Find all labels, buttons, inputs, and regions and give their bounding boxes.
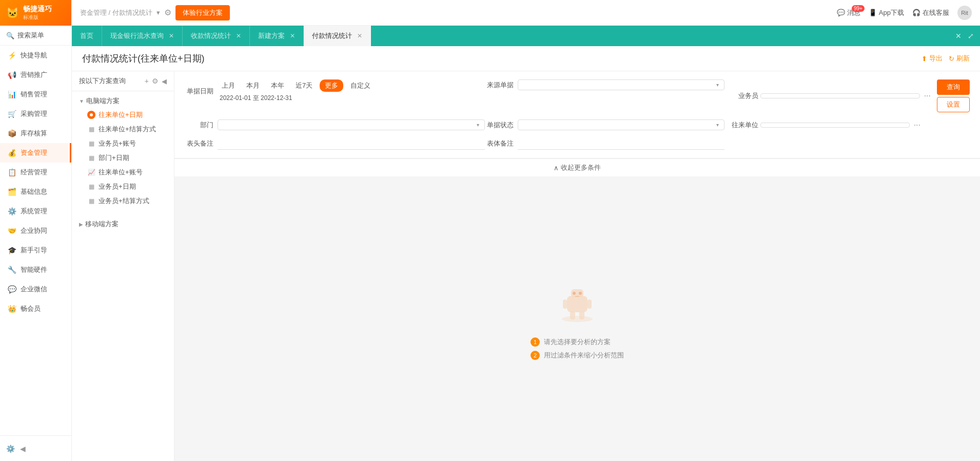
tab-payments-label: 付款情况统计 — [312, 31, 352, 41]
dept-select[interactable]: ▾ — [218, 119, 485, 130]
scheme-mobile-header[interactable]: ▶ 移动端方案 — [79, 217, 167, 231]
status-dropdown-icon: ▾ — [716, 122, 719, 128]
date-last-7[interactable]: 近7天 — [291, 79, 317, 92]
table-body-note-input[interactable] — [518, 137, 725, 150]
export-icon: ⬆ — [922, 55, 927, 63]
scheme-item-staff-date[interactable]: ▦ 业务员+日期 — [83, 179, 167, 194]
tab-new-scheme-close[interactable]: ✕ — [290, 32, 295, 39]
tab-close-all-icon[interactable]: ✕ — [955, 32, 962, 40]
sidebar-item-label: 新手引导 — [21, 246, 47, 255]
sidebar-item-label: 销售管理 — [21, 90, 47, 99]
gear-icon: ⚙️ — [7, 207, 16, 216]
search-icon: 🔍 — [6, 32, 14, 39]
app-download-button[interactable]: 📱 App下载 — [869, 8, 904, 17]
collapse-more-button[interactable]: ∧ 收起更多条件 — [174, 158, 980, 176]
staff-select[interactable] — [760, 93, 919, 98]
date-more[interactable]: 更多 — [320, 79, 343, 92]
tab-new-scheme[interactable]: 新建方案 ✕ — [250, 26, 304, 46]
chart-scheme-icon: 📈 — [87, 168, 95, 176]
partner-dots[interactable]: ··· — [914, 121, 920, 130]
sidebar-footer-collapse[interactable]: ◀ — [20, 445, 26, 453]
sidebar-search[interactable]: 🔍 搜索菜单 — [0, 26, 71, 46]
sidebar-item-caigou[interactable]: 🛒 采购管理 — [0, 104, 71, 124]
date-this-year[interactable]: 本年 — [267, 79, 288, 92]
source-select[interactable]: ▾ — [518, 79, 725, 90]
sidebar-item-kuaijie[interactable]: ⚡ 快捷导航 — [0, 46, 71, 65]
svg-rect-6 — [563, 299, 567, 309]
scheme-item-partner-account[interactable]: 📈 往来单位+账号 — [83, 165, 167, 179]
status-select[interactable]: ▾ — [518, 119, 725, 130]
empty-state: 1 请先选择要分析的方案 2 用过滤条件来缩小分析范围 — [174, 176, 980, 461]
scheme-item-partner-settle[interactable]: ▦ 往来单位+结算方式 — [83, 122, 167, 136]
main-panel: 按以下方案查询 + ⚙ ◀ ▼ 电脑端方案 往来单 — [72, 71, 980, 461]
sidebar-footer-settings[interactable]: ⚙️ — [6, 445, 15, 453]
scheme-add-button[interactable]: + — [145, 77, 149, 85]
sidebar-item-zijin[interactable]: 💰 资金管理 — [0, 143, 71, 163]
partner-select[interactable] — [760, 123, 909, 128]
svg-rect-8 — [570, 311, 575, 319]
top-header: 资金管理 / 付款情况统计 ▾ ⚙ 体验行业方案 💬 消息 99+ 📱 App下… — [72, 0, 980, 26]
notification-button[interactable]: 💬 消息 99+ — [837, 8, 860, 17]
tab-payments[interactable]: 付款情况统计 ✕ — [304, 26, 371, 46]
sidebar-item-jichu[interactable]: 🗂️ 基础信息 — [0, 182, 71, 202]
staff-dots[interactable]: ··· — [924, 91, 931, 101]
chevron-right-icon: ▶ — [79, 222, 83, 227]
scheme-item-staff-settle[interactable]: ▦ 业务员+结算方式 — [83, 194, 167, 208]
app-download-label: App下载 — [879, 8, 904, 17]
date-last-month[interactable]: 上月 — [218, 79, 239, 92]
online-service-button[interactable]: 🎧 在线客服 — [912, 8, 949, 17]
settings-button[interactable]: 设置 — [937, 97, 970, 112]
flash-icon: ⚡ — [7, 51, 16, 60]
tab-bar: 首页 现金银行流水查询 ✕ 收款情况统计 ✕ 新建方案 ✕ 付款情况统计 ✕ ✕… — [72, 26, 980, 46]
sidebar-logo: 畅捷通巧 — [23, 5, 52, 14]
staff-label: 业务员 — [730, 91, 758, 101]
query-button[interactable]: 查询 — [937, 79, 970, 95]
scheme-item-partner-date[interactable]: 往来单位+日期 — [83, 108, 167, 122]
svg-point-0 — [562, 316, 593, 322]
scheme-collapse-button[interactable]: ◀ — [162, 77, 167, 85]
tab-bank-close[interactable]: ✕ — [169, 32, 174, 39]
tab-bar-actions: ✕ ⤢ — [949, 26, 980, 46]
tab-receipts-close[interactable]: ✕ — [236, 32, 241, 39]
table-header-note-input[interactable] — [218, 137, 485, 150]
sidebar-item-chang[interactable]: 👑 畅会员 — [0, 299, 71, 318]
date-custom[interactable]: 自定义 — [346, 79, 375, 92]
tab-receipts[interactable]: 收款情况统计 ✕ — [183, 26, 250, 46]
scheme-item-label: 部门+日期 — [99, 153, 129, 163]
export-button[interactable]: ⬆ 导出 — [922, 54, 943, 63]
sidebar-item-label: 采购管理 — [21, 109, 47, 118]
scheme-desktop-header[interactable]: ▼ 电脑端方案 — [79, 94, 167, 108]
chat-icon: 💬 — [7, 285, 16, 294]
chevron-up-icon: ∧ — [554, 164, 559, 172]
sidebar-item-qiye[interactable]: 🤝 企业协同 — [0, 221, 71, 240]
tab-bank[interactable]: 现金银行流水查询 ✕ — [102, 26, 183, 46]
clipboard-icon: 📋 — [7, 168, 16, 177]
sidebar-item-label: 快捷导航 — [21, 51, 47, 60]
partner-label: 往来单位 — [730, 121, 758, 130]
refresh-button[interactable]: ↻ 刷新 — [949, 54, 970, 63]
sidebar-header: 🐱 畅捷通巧 标准版 — [0, 0, 71, 26]
tab-maximize-icon[interactable]: ⤢ — [968, 32, 974, 40]
sidebar-item-xinshou[interactable]: 🎓 新手引导 — [0, 240, 71, 260]
date-this-month[interactable]: 本月 — [242, 79, 264, 92]
mobile-category-label: 移动端方案 — [85, 219, 119, 229]
trial-button[interactable]: 体验行业方案 — [175, 5, 230, 21]
sidebar-item-yingxiao[interactable]: 📢 营销推广 — [0, 65, 71, 85]
header-settings-icon[interactable]: ⚙ — [164, 8, 171, 17]
scheme-item-dept-date[interactable]: ▦ 部门+日期 — [83, 151, 167, 165]
sidebar-item-jingying[interactable]: 📋 经营管理 — [0, 163, 71, 182]
sidebar-item-weixin[interactable]: 💬 企业微信 — [0, 279, 71, 299]
sidebar-item-kucun[interactable]: 📦 库存核算 — [0, 124, 71, 143]
scheme-settings-button[interactable]: ⚙ — [152, 77, 159, 85]
sidebar-item-xitong[interactable]: ⚙️ 系统管理 — [0, 202, 71, 221]
user-avatar[interactable]: Rit — [957, 6, 972, 20]
sidebar-item-zhineng[interactable]: 🔧 智能硬件 — [0, 260, 71, 279]
breadcrumb-dropdown-icon[interactable]: ▾ — [156, 9, 160, 16]
refresh-label: 刷新 — [956, 54, 970, 63]
sidebar-item-xiaoshou[interactable]: 📊 销售管理 — [0, 85, 71, 104]
scheme-item-staff-account[interactable]: ▦ 业务员+账号 — [83, 136, 167, 151]
sidebar-search-label: 搜索菜单 — [17, 31, 44, 40]
tab-home[interactable]: 首页 — [72, 26, 102, 46]
scheme-item-label: 业务员+账号 — [99, 139, 136, 148]
tab-payments-close[interactable]: ✕ — [357, 32, 362, 39]
